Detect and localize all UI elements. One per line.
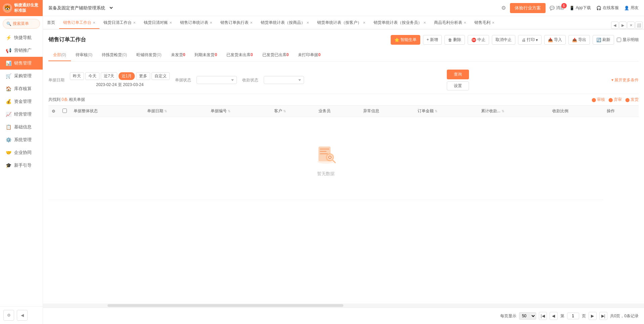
date-1month[interactable]: 近1月 — [119, 72, 135, 80]
smart-generate-button[interactable]: ⭐ 智能生单 — [391, 35, 420, 45]
date-7days[interactable]: 近7天 — [101, 72, 117, 80]
next-page-button[interactable]: ▶ — [589, 312, 597, 320]
sidebar-item-enterprise[interactable]: 🤝 企业协同 — [0, 146, 43, 159]
page-number-input[interactable] — [567, 313, 579, 319]
th-date[interactable]: 单据日期 ⇅ — [144, 106, 207, 117]
filter-tab-all[interactable]: 全部(0) — [48, 49, 71, 61]
tab-close-cargo-product[interactable]: ✕ — [306, 21, 309, 25]
settings-button[interactable]: 设置 — [447, 81, 469, 90]
query-button[interactable]: 查询 — [447, 70, 469, 79]
sidebar-item-system[interactable]: ⚙️ 系统管理 — [0, 133, 43, 146]
tab-cargo-stat-product[interactable]: 销货单统计表（按商品） ✕ — [257, 17, 313, 29]
sidebar-item-quick-nav[interactable]: ⚡ 快捷导航 — [0, 31, 43, 44]
sidebar-item-sales[interactable]: 📊 销售管理 — [0, 57, 43, 70]
select-all-checkbox[interactable] — [62, 109, 67, 113]
th-collected[interactable]: 累计收款... ⇅ — [478, 106, 549, 117]
filter-tab-not-printed[interactable]: 未打印单据0 — [293, 49, 325, 61]
add-button[interactable]: + 新增 — [423, 35, 442, 45]
th-customer[interactable]: 客户 ⇅ — [271, 106, 315, 117]
show-detail-checkbox[interactable] — [617, 38, 621, 42]
sidebar-item-operations[interactable]: 📈 经营管理 — [0, 108, 43, 121]
summary-actions: ⬤ 审核 ⬤ 弃审 ⬤ 发货 — [592, 97, 639, 103]
prev-page-button[interactable]: ◀ — [550, 312, 558, 320]
sidebar-item-guide[interactable]: 🎓 新手引导 — [0, 159, 43, 172]
filter-tab-not-shipped[interactable]: 未发货0 — [166, 49, 190, 61]
sidebar-item-basic-info[interactable]: 📋 基础信息 — [0, 121, 43, 133]
import-button[interactable]: 📥 导入 — [544, 35, 566, 45]
tabbar: 首页 销售订单工作台 ✕ 钱货日清工作台 ✕ 钱货日清对账 ✕ 销售订单统计表 … — [43, 16, 644, 30]
date-today[interactable]: 今天 — [85, 72, 99, 80]
user-menu-button[interactable]: 👤 用友 — [624, 5, 639, 11]
date-more[interactable]: 更多 — [136, 72, 150, 80]
abandon-review-button[interactable]: ⬤ 弃审 — [608, 97, 622, 103]
tab-sales-more[interactable]: 销售毛利 ✕ — [470, 17, 499, 29]
filter-tab-pending-inspect[interactable]: 待拣货检货(0) — [97, 49, 132, 61]
horizontal-scrollbar[interactable] — [48, 303, 639, 308]
filter-tab-pending-review[interactable]: 待审核(0) — [71, 49, 97, 61]
page-size-select[interactable]: 50 100 200 — [519, 312, 536, 320]
tab-nav-next[interactable]: ▶ — [619, 22, 627, 29]
sidebar-item-purchase[interactable]: 🛒 采购管理 — [0, 70, 43, 82]
refresh-button[interactable]: 🔄 刷新 — [593, 35, 614, 45]
expand-conditions-button[interactable]: ▾ 展开更多条件 — [611, 77, 639, 83]
scrollbar-thumb[interactable] — [108, 304, 344, 307]
th-amount[interactable]: 订单金额 ⇅ — [414, 106, 478, 117]
tab-close-cash-reconcile[interactable]: ✕ — [169, 21, 172, 25]
stop-icon: ⛔ — [471, 38, 476, 42]
message-button[interactable]: 💬 消息 6 — [550, 5, 564, 11]
delete-button[interactable]: 🗑 删除 — [444, 35, 465, 45]
tab-cash-reconcile[interactable]: 钱货日清对账 ✕ — [140, 17, 176, 29]
tab-sales-stat[interactable]: 销售订单统计表 ✕ — [176, 17, 216, 29]
th-settings[interactable]: ⚙ — [48, 106, 59, 117]
print-button[interactable]: 🖨 打印 ▾ — [518, 35, 542, 45]
tab-nav-maximize[interactable]: ⬜ — [635, 22, 643, 29]
industry-solution-button[interactable]: 体验行业方案 — [510, 3, 546, 13]
sidebar-logo: 🐯 畅捷通好生意 标准版 — [0, 0, 43, 16]
search-menu-button[interactable]: 🔍 搜索菜单 — [3, 19, 40, 29]
tab-close-cargo-customer[interactable]: ✕ — [363, 21, 366, 25]
tab-close-sales-more[interactable]: ✕ — [492, 21, 495, 25]
tab-close-sales-workbench[interactable]: ✕ — [93, 21, 95, 25]
review-action-button[interactable]: ⬤ 审核 — [592, 97, 605, 103]
tab-cargo-stat-customer[interactable]: 销货单统计表（按客户） ✕ — [313, 17, 370, 29]
collapse-sidebar-button[interactable]: ◀ — [17, 310, 28, 321]
sidebar-item-marketing[interactable]: 📢 营销推广 — [0, 44, 43, 57]
filter-tab-shipped-out[interactable]: 已发货已出库0 — [258, 49, 294, 61]
payment-filter-select[interactable] — [264, 76, 304, 84]
filter-tab-shipped-not-out[interactable]: 已发货未出库0 — [222, 49, 258, 61]
th-number[interactable]: 单据编号 ⇅ — [207, 106, 271, 117]
show-detail-label[interactable]: 显示明细 — [617, 37, 639, 43]
sidebar-item-finance[interactable]: 💰 资金管理 — [0, 95, 43, 108]
tab-close-cash-daily[interactable]: ✕ — [133, 21, 136, 25]
tab-sales-exec[interactable]: 销售订单执行表 ✕ — [216, 17, 257, 29]
date-yesterday[interactable]: 昨天 — [70, 72, 84, 80]
filter-tab-expired[interactable]: 到期未发货0 — [190, 49, 222, 61]
tab-close-sales-stat[interactable]: ✕ — [210, 21, 212, 25]
stop-button[interactable]: ⛔ 中止 — [468, 35, 489, 45]
tab-nav-close-all[interactable]: ✕ — [627, 22, 635, 29]
last-page-button[interactable]: ▶| — [599, 312, 607, 320]
status-filter-select[interactable] — [197, 76, 237, 84]
ship-action-button[interactable]: ⬤ 发货 — [625, 97, 639, 103]
tab-nav-prev[interactable]: ◀ — [611, 22, 618, 29]
tab-product-margin[interactable]: 商品毛利分析表 ✕ — [430, 17, 470, 29]
sidebar-item-inventory[interactable]: 🏠 库存核算 — [0, 82, 43, 95]
tab-cash-daily[interactable]: 钱货日清工作台 ✕ — [99, 17, 140, 29]
filter-tab-wangpu[interactable]: 旺铺待发货(0) — [132, 49, 166, 61]
export-button[interactable]: 📤 导出 — [568, 35, 590, 45]
date-custom[interactable]: 自定义 — [152, 72, 170, 80]
app-download-button[interactable]: 📱 App下载 — [569, 5, 591, 11]
topbar-dropdown[interactable] — [107, 5, 114, 11]
first-page-button[interactable]: |◀ — [539, 312, 547, 320]
settings-bottom-button[interactable]: ⚙ — [3, 310, 14, 321]
th-checkbox[interactable] — [59, 106, 70, 117]
topbar-gear-icon[interactable]: ⚙ — [501, 5, 506, 11]
tab-close-cargo-staff[interactable]: ✕ — [423, 21, 426, 25]
tab-close-sales-exec[interactable]: ✕ — [250, 21, 253, 25]
online-service-button[interactable]: 🎧 在线客服 — [596, 5, 619, 11]
tab-sales-workbench[interactable]: 销售订单工作台 ✕ — [59, 17, 99, 29]
tab-cargo-stat-staff[interactable]: 销货单统计表（按业务员） ✕ — [370, 17, 430, 29]
tab-close-product-margin[interactable]: ✕ — [464, 21, 466, 25]
cancel-stop-button[interactable]: 取消中止 — [492, 35, 515, 45]
tab-home[interactable]: 首页 — [43, 17, 59, 29]
